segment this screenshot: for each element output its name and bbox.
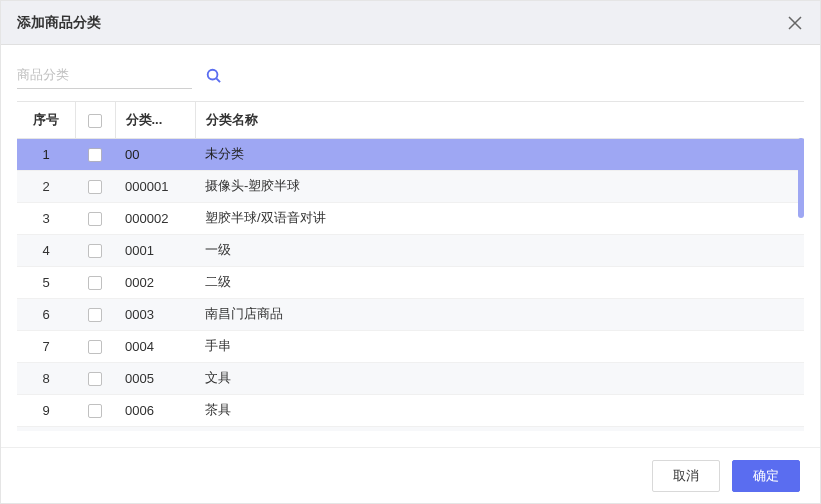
table-row[interactable]: 50002二级 — [17, 266, 804, 298]
cell-seq: 7 — [17, 330, 75, 362]
cell-code: 0007 — [115, 426, 195, 431]
cell-seq: 6 — [17, 298, 75, 330]
cell-code: 0002 — [115, 266, 195, 298]
cell-seq: 9 — [17, 394, 75, 426]
scrollbar-thumb[interactable] — [798, 138, 804, 218]
cell-code: 000001 — [115, 170, 195, 202]
table-row[interactable]: 70004手串 — [17, 330, 804, 362]
table-row[interactable]: 80005文具 — [17, 362, 804, 394]
table-row[interactable]: 60003南昌门店商品 — [17, 298, 804, 330]
row-checkbox[interactable] — [88, 372, 102, 386]
cell-name: 布娃娃 — [195, 426, 804, 431]
close-button[interactable] — [786, 14, 804, 32]
cancel-button[interactable]: 取消 — [652, 460, 720, 492]
cell-checkbox — [75, 298, 115, 330]
cell-checkbox — [75, 202, 115, 234]
cell-seq: 4 — [17, 234, 75, 266]
search-icon — [206, 68, 221, 83]
ok-button[interactable]: 确定 — [732, 460, 800, 492]
table-row[interactable]: 90006茶具 — [17, 394, 804, 426]
cell-name: 手串 — [195, 330, 804, 362]
cell-name: 摄像头-塑胶半球 — [195, 170, 804, 202]
close-icon — [788, 16, 802, 30]
cell-code: 0005 — [115, 362, 195, 394]
row-checkbox[interactable] — [88, 212, 102, 226]
th-checkbox — [75, 102, 115, 138]
svg-point-0 — [208, 69, 218, 79]
cell-name: 塑胶半球/双语音对讲 — [195, 202, 804, 234]
cell-name: 二级 — [195, 266, 804, 298]
cell-code: 0004 — [115, 330, 195, 362]
cell-name: 文具 — [195, 362, 804, 394]
cell-seq: 10 — [17, 426, 75, 431]
modal-header: 添加商品分类 — [1, 1, 820, 45]
cell-checkbox — [75, 426, 115, 431]
table-scroll[interactable]: 序号 分类... 分类名称 100未分类2000001摄像头-塑胶半球30000… — [17, 102, 804, 431]
add-category-modal: 添加商品分类 序号 — [0, 0, 821, 504]
cell-code: 0006 — [115, 394, 195, 426]
search-row — [17, 61, 804, 89]
category-table: 序号 分类... 分类名称 100未分类2000001摄像头-塑胶半球30000… — [17, 102, 804, 431]
th-code: 分类... — [115, 102, 195, 138]
row-checkbox[interactable] — [88, 148, 102, 162]
cell-seq: 1 — [17, 138, 75, 170]
cell-checkbox — [75, 394, 115, 426]
cell-code: 000002 — [115, 202, 195, 234]
cell-name: 未分类 — [195, 138, 804, 170]
row-checkbox[interactable] — [88, 276, 102, 290]
cell-code: 00 — [115, 138, 195, 170]
cell-code: 0003 — [115, 298, 195, 330]
modal-footer: 取消 确定 — [1, 447, 820, 503]
cell-name: 南昌门店商品 — [195, 298, 804, 330]
cell-checkbox — [75, 330, 115, 362]
cell-checkbox — [75, 234, 115, 266]
cell-seq: 3 — [17, 202, 75, 234]
th-seq: 序号 — [17, 102, 75, 138]
cell-checkbox — [75, 362, 115, 394]
cell-seq: 8 — [17, 362, 75, 394]
table-row[interactable]: 100007布娃娃 — [17, 426, 804, 431]
table-row[interactable]: 40001一级 — [17, 234, 804, 266]
cell-checkbox — [75, 138, 115, 170]
cell-seq: 2 — [17, 170, 75, 202]
row-checkbox[interactable] — [88, 340, 102, 354]
select-all-checkbox[interactable] — [88, 114, 102, 128]
cell-code: 0001 — [115, 234, 195, 266]
row-checkbox[interactable] — [88, 180, 102, 194]
table-wrap: 序号 分类... 分类名称 100未分类2000001摄像头-塑胶半球30000… — [17, 101, 804, 431]
row-checkbox[interactable] — [88, 308, 102, 322]
cell-name: 茶具 — [195, 394, 804, 426]
cell-checkbox — [75, 170, 115, 202]
search-input[interactable] — [17, 61, 192, 89]
table-header-row: 序号 分类... 分类名称 — [17, 102, 804, 138]
table-row[interactable]: 3000002塑胶半球/双语音对讲 — [17, 202, 804, 234]
modal-body: 序号 分类... 分类名称 100未分类2000001摄像头-塑胶半球30000… — [1, 45, 820, 447]
row-checkbox[interactable] — [88, 244, 102, 258]
cell-name: 一级 — [195, 234, 804, 266]
table-row[interactable]: 2000001摄像头-塑胶半球 — [17, 170, 804, 202]
table-row[interactable]: 100未分类 — [17, 138, 804, 170]
cell-seq: 5 — [17, 266, 75, 298]
th-name: 分类名称 — [195, 102, 804, 138]
cell-checkbox — [75, 266, 115, 298]
search-button[interactable] — [206, 68, 221, 83]
modal-title: 添加商品分类 — [17, 14, 101, 32]
row-checkbox[interactable] — [88, 404, 102, 418]
